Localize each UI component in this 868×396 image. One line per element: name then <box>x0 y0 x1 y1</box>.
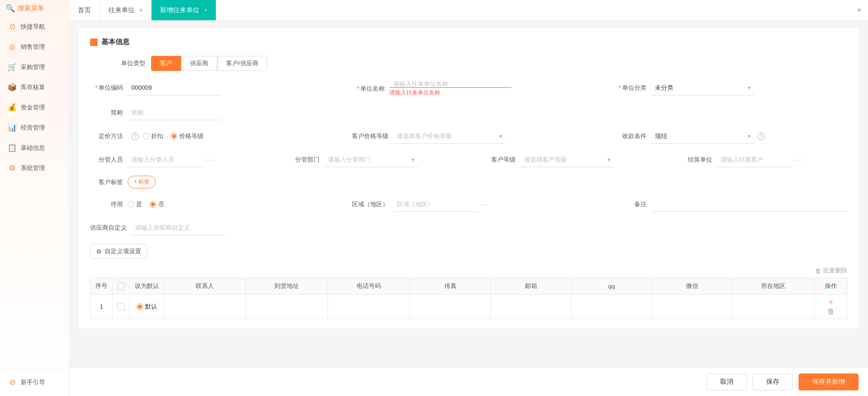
radio-yes[interactable]: 是 <box>128 200 142 209</box>
contact-input[interactable] <box>169 303 241 310</box>
dept-select[interactable]: 请输入分管部门 ▾ <box>324 152 418 167</box>
row-phone[interactable] <box>327 295 410 319</box>
th-checkbox <box>113 278 130 295</box>
customer-level-select[interactable]: 请选择客户等级 ▾ <box>520 152 614 167</box>
sidebar-item-label: 快捷导航 <box>21 23 45 31</box>
tab-partner-list-close[interactable]: × <box>139 7 143 14</box>
sidebar-item-sales[interactable]: ◎ 销售管理 <box>0 37 69 57</box>
row-checkbox[interactable] <box>117 303 125 311</box>
row-fax[interactable] <box>410 295 491 319</box>
row-qq[interactable] <box>571 295 652 319</box>
unit-name-input[interactable] <box>389 80 511 88</box>
radio-discount[interactable]: 折扣 <box>143 132 163 140</box>
settlement-unit-input[interactable] <box>717 152 792 167</box>
save-button[interactable]: 保存 <box>753 373 793 390</box>
field-customer-tag: 客户标签 + 标签 <box>90 176 847 188</box>
unit-category-value: 未分类 <box>655 84 746 92</box>
add-row-btn[interactable]: ＋ <box>825 298 837 306</box>
table-header-checkbox[interactable] <box>117 282 125 290</box>
unit-category-label: 单位分类 <box>614 84 651 92</box>
location-input[interactable] <box>737 303 809 310</box>
sidebar-item-system[interactable]: ⚙ 系统管理 <box>0 158 69 178</box>
tag-add-btn[interactable]: + 标签 <box>128 176 156 188</box>
tab-add-partner[interactable]: 新增往来单位 × <box>152 0 216 20</box>
sidebar-item-basic[interactable]: 📋 基础信息 <box>0 138 69 158</box>
search-label: 搜索菜单 <box>18 4 44 13</box>
tab-add-partner-close[interactable]: × <box>204 7 207 14</box>
th-email: 邮箱 <box>491 278 571 295</box>
email-input[interactable] <box>495 303 566 310</box>
unit-type-both-btn[interactable]: 客户/供应商 <box>217 56 267 71</box>
system-icon: ⚙ <box>8 163 17 172</box>
window-close-btn[interactable]: × <box>851 6 868 15</box>
sidebar-item-label: 系统管理 <box>21 164 45 172</box>
delivery-addr-input[interactable] <box>251 303 323 310</box>
settlement-unit-more-btn[interactable]: ··· <box>792 155 806 165</box>
sidebar-item-operation[interactable]: 📊 经营管理 <box>0 117 69 138</box>
field-dept: 分管部门 请输入分管部门 ▾ <box>287 152 455 167</box>
th-seq: 序号 <box>91 278 113 295</box>
unit-code-input[interactable] <box>128 80 221 95</box>
manager-more-btn[interactable]: ··· <box>203 155 216 165</box>
tab-home[interactable]: 首页 <box>69 0 100 20</box>
field-abbr: 简称 <box>90 105 847 120</box>
pricing-help-icon[interactable]: ? <box>131 132 139 140</box>
radio-discount-circle <box>143 133 149 140</box>
form-row-manager: 分管人员 ··· 分管部门 请输入分管部门 ▾ 客户等级 请选择客户等级 <box>90 152 847 167</box>
custom-settings-btn[interactable]: ⚙ 自定义项设置 <box>90 244 147 259</box>
payment-terms-select[interactable]: 现结 ▾ <box>651 129 754 144</box>
del-row-btn[interactable]: 🗑 <box>825 307 837 315</box>
sidebar-item-label: 新手引导 <box>21 378 45 387</box>
customer-level-placeholder: 请选择客户等级 <box>524 155 606 164</box>
fax-input[interactable] <box>415 303 486 310</box>
sidebar-item-finance[interactable]: 💰 资金管理 <box>0 97 69 117</box>
qq-input[interactable] <box>576 303 647 310</box>
field-region: 区域（地区） ··· <box>352 197 586 212</box>
custom-settings-label: 自定义项设置 <box>105 247 141 256</box>
footer-bar: 取消 保存 保存并新增 <box>69 367 868 396</box>
row-contact[interactable] <box>164 295 246 319</box>
supplier-custom-input[interactable] <box>131 220 225 235</box>
save-new-button[interactable]: 保存并新增 <box>799 373 859 390</box>
row-location[interactable] <box>732 295 815 319</box>
radio-no-label: 否 <box>158 200 164 209</box>
customer-price-level-chevron: ▾ <box>499 133 502 140</box>
unit-type-supplier-btn[interactable]: 供应商 <box>181 56 217 71</box>
radio-no[interactable]: 否 <box>150 200 164 209</box>
radio-no-circle <box>150 201 156 208</box>
unit-type-customer-btn[interactable]: 客户 <box>151 56 181 71</box>
sidebar-item-purchase[interactable]: 🛒 采购管理 <box>0 57 69 77</box>
abbr-input[interactable] <box>128 105 221 120</box>
sidebar-item-inventory[interactable]: 📦 库存核算 <box>0 77 69 97</box>
row-wechat[interactable] <box>652 295 732 319</box>
sidebar-item-guide[interactable]: ⊘ 新手引导 <box>0 372 69 392</box>
sidebar-item-label: 库存核算 <box>21 83 45 92</box>
sidebar-item-quick-nav[interactable]: ⊙ 快捷导航 <box>0 16 69 37</box>
customer-price-level-select[interactable]: 请选择客户价格等级 ▾ <box>393 129 506 144</box>
row-delivery-addr[interactable] <box>245 295 327 319</box>
pricing-radio-group: 折扣 价格等级 <box>143 132 204 140</box>
form-row-1: 单位编码 单位名称 请输入往来单位名称 单位分类 未分类 ▾ <box>90 80 847 97</box>
tab-partner-list[interactable]: 往来单位 × <box>100 0 152 20</box>
row-action: ＋ 🗑 <box>815 295 847 319</box>
search-menu[interactable]: 🔍 搜索菜单 <box>0 0 69 16</box>
field-disable: 停用 是 否 <box>90 200 324 209</box>
region-input[interactable] <box>393 197 478 212</box>
cancel-button[interactable]: 取消 <box>707 373 747 390</box>
unit-category-select[interactable]: 未分类 ▾ <box>651 80 754 95</box>
disable-radio-group: 是 否 <box>128 200 164 209</box>
customer-level-chevron: ▾ <box>608 156 610 163</box>
radio-level[interactable]: 价格等级 <box>171 132 204 140</box>
row-email[interactable] <box>491 295 571 319</box>
region-more-btn[interactable]: ··· <box>478 200 491 210</box>
row-default-radio[interactable]: 默认 <box>135 303 159 311</box>
th-action: 操作 <box>815 278 847 295</box>
abbr-label: 简称 <box>90 109 128 117</box>
payment-terms-help-icon[interactable]: ? <box>757 132 765 140</box>
remark-input[interactable] <box>651 197 847 212</box>
batch-delete-area[interactable]: 🗑 批量删除 <box>90 266 847 275</box>
field-customer-price-level: 客户价格等级 请选择客户价格等级 ▾ <box>352 129 586 144</box>
manager-input[interactable] <box>128 152 203 167</box>
phone-input[interactable] <box>333 303 405 310</box>
wechat-input[interactable] <box>656 303 727 310</box>
